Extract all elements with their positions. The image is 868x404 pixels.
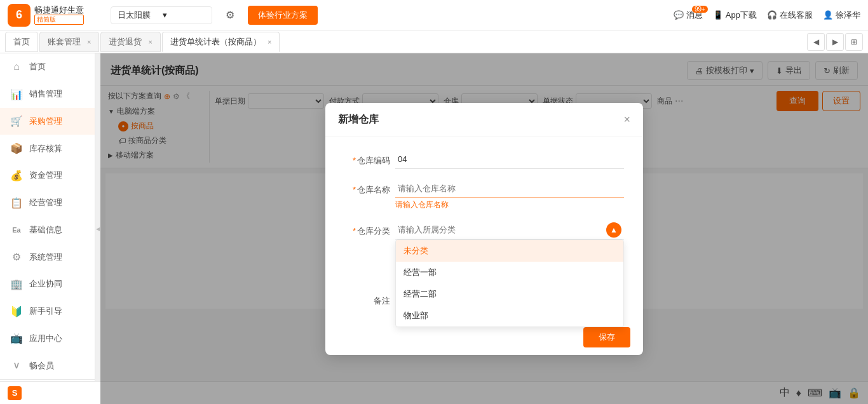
- trial-btn[interactable]: 体验行业方案: [248, 6, 318, 25]
- sidebar-item-operations[interactable]: 📋 经营管理: [0, 189, 95, 217]
- sidebar: ⌂ 首页 📊 销售管理 🛒 采购管理 📦 库存核算 💰 资金管理 📋 经营管理 …: [0, 53, 95, 404]
- finance-icon: 💰: [10, 170, 23, 182]
- sidebar-collapse[interactable]: [95, 53, 100, 404]
- content-area: 进货单统计(按商品) 🖨 按模板打印 ▾ ⬇ 导出 ↻ 刷新: [100, 53, 868, 404]
- username: 徐泽华: [836, 10, 860, 21]
- notes-label: 备注: [344, 290, 395, 307]
- dropdown-option-0[interactable]: 未分类: [396, 240, 623, 262]
- top-nav: 6 畅捷通好生意 精简版 日太阳膜 ▾ ⚙ 体验行业方案 💬 消息 99+ 📱 …: [0, 0, 868, 30]
- member-icon: V: [10, 361, 23, 370]
- user-menu-btn[interactable]: 👤 徐泽华: [823, 10, 860, 21]
- home-icon: ⌂: [10, 61, 23, 72]
- guide-icon: 🔰: [10, 306, 23, 318]
- sidebar-item-purchase[interactable]: 🛒 采购管理: [0, 108, 95, 135]
- enterprise-icon: 🏢: [10, 278, 23, 290]
- code-label: 仓库编码: [344, 150, 395, 166]
- tab-accounts-close[interactable]: ×: [87, 38, 91, 46]
- settings-icon-btn[interactable]: ⚙: [220, 5, 240, 25]
- tab-accounts-label: 账套管理: [48, 36, 81, 48]
- basic-icon: Ea: [10, 226, 23, 234]
- sidebar-item-home[interactable]: ⌂ 首页: [0, 53, 95, 81]
- main-layout: ⌂ 首页 📊 销售管理 🛒 采购管理 📦 库存核算 💰 资金管理 📋 经营管理 …: [0, 53, 868, 404]
- dropdown-option-2[interactable]: 经营二部: [396, 283, 623, 305]
- dropdown-arrow-icon[interactable]: ▲: [606, 222, 621, 238]
- modal-header: 新增仓库 ×: [325, 103, 643, 137]
- sidebar-item-system[interactable]: ⚙ 系统管理: [0, 243, 95, 271]
- modal-overlay: 新增仓库 × 仓库编码 仓库名称: [100, 53, 868, 404]
- app-name: 畅捷通好生意: [34, 5, 84, 15]
- app-logo-icon: 6: [8, 4, 31, 27]
- sidebar-item-finance[interactable]: 💰 资金管理: [0, 162, 95, 189]
- sidebar-item-enterprise[interactable]: 🏢 企业协同: [0, 271, 95, 298]
- store-selector[interactable]: 日太阳膜 ▾: [111, 6, 212, 24]
- name-label: 仓库名称: [344, 179, 395, 196]
- category-label: 仓库分类: [344, 220, 395, 237]
- sales-icon: 📊: [10, 88, 23, 100]
- modal-close-btn[interactable]: ×: [623, 113, 630, 126]
- form-row-code: 仓库编码: [344, 150, 624, 169]
- bottom-s-icon: S: [8, 386, 22, 400]
- apps-icon: 📺: [10, 332, 23, 344]
- tab-bar: 首页 账套管理 × 进货退货 × 进货单统计表（按商品） × ◀ ▶ ⊞: [0, 30, 868, 53]
- sidebar-item-basic[interactable]: Ea 基础信息: [0, 217, 95, 244]
- message-btn[interactable]: 💬 消息 99+: [674, 10, 703, 21]
- dropdown-option-3[interactable]: 物业部: [396, 305, 623, 327]
- app-download-btn[interactable]: 📱 App下载: [713, 10, 757, 21]
- tab-nav-expand[interactable]: ⊞: [845, 33, 863, 51]
- sidebar-item-guide[interactable]: 🔰 新手引导: [0, 298, 95, 325]
- tab-home[interactable]: 首页: [5, 32, 38, 52]
- inventory-icon: 📦: [10, 142, 23, 154]
- category-input[interactable]: [395, 220, 624, 239]
- modal-body: 仓库编码 仓库名称 请输入仓库名称: [325, 137, 643, 309]
- message-badge: 99+: [692, 6, 708, 13]
- tab-purchase-return[interactable]: 进货退货 ×: [100, 32, 160, 52]
- tab-nav-next[interactable]: ▶: [826, 33, 844, 51]
- tab-purchase-stat-close[interactable]: ×: [268, 38, 271, 46]
- operations-icon: 📋: [10, 197, 23, 209]
- tab-home-label: 首页: [13, 36, 30, 48]
- logo-area: 6 畅捷通好生意 精简版: [8, 4, 103, 27]
- tab-purchase-stat-label: 进货单统计表（按商品）: [170, 36, 261, 48]
- bottom-logo: S: [8, 386, 22, 400]
- tab-accounts[interactable]: 账套管理 ×: [39, 32, 99, 52]
- sidebar-item-inventory[interactable]: 📦 库存核算: [0, 135, 95, 162]
- purchase-icon: 🛒: [10, 115, 23, 127]
- tab-purchase-return-close[interactable]: ×: [148, 38, 152, 46]
- form-row-name: 仓库名称 请输入仓库名称: [344, 179, 624, 210]
- tab-nav-prev[interactable]: ◀: [807, 33, 825, 51]
- modal-title: 新增仓库: [338, 113, 379, 126]
- category-dropdown-list: 未分类 经营一部 经营二部 物业部: [395, 239, 624, 327]
- sidebar-item-member[interactable]: V 畅会员: [0, 352, 95, 379]
- form-row-category: 仓库分类 ▲ 未分类 经营一部 经营二部 物业部: [344, 220, 624, 239]
- tab-purchase-stat[interactable]: 进货单统计表（按商品） ×: [162, 32, 280, 52]
- save-btn[interactable]: 保存: [583, 327, 630, 347]
- sidebar-item-sales[interactable]: 📊 销售管理: [0, 81, 95, 108]
- online-service-btn[interactable]: 🎧 在线客服: [767, 10, 813, 21]
- name-error-msg: 请输入仓库名称: [395, 199, 624, 210]
- code-input[interactable]: [395, 150, 624, 169]
- app-badge: 精简版: [34, 15, 84, 25]
- tab-purchase-return-label: 进货退货: [109, 36, 142, 48]
- system-icon: ⚙: [10, 251, 23, 263]
- name-input[interactable]: [395, 179, 624, 198]
- dropdown-option-1[interactable]: 经营一部: [396, 262, 623, 283]
- sidebar-item-apps[interactable]: 📺 应用中心: [0, 325, 95, 353]
- new-warehouse-modal: 新增仓库 × 仓库编码 仓库名称: [325, 103, 643, 355]
